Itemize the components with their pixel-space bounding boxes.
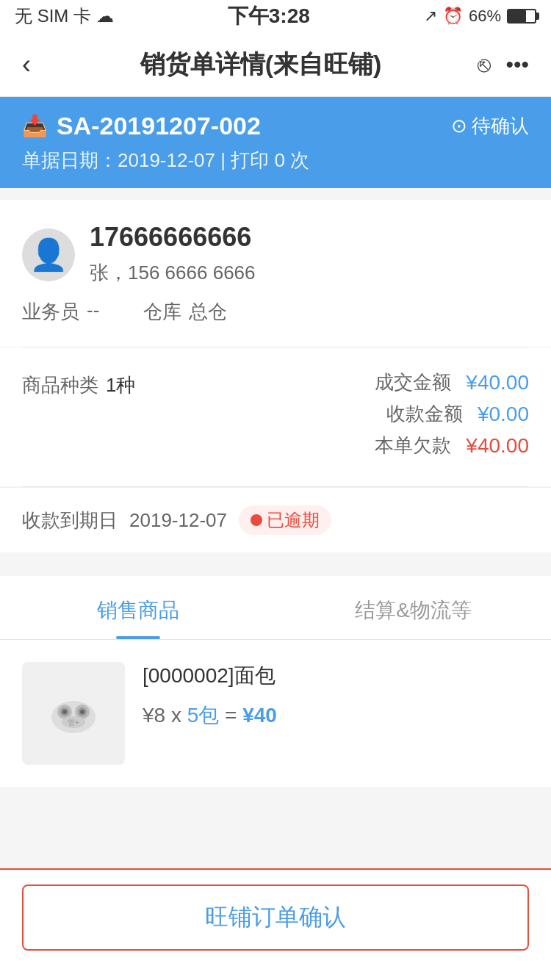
customer-name: 张，156 6666 6666 [90,259,256,287]
customer-meta: 业务员 -- 仓库 总仓 [22,299,529,325]
summary-left: 商品种类 1种 [22,370,135,398]
status-bar: 无 SIM 卡 ☁ 下午3:28 ↗ ⏰ 66% [0,0,551,32]
tab-sales-product[interactable]: 销售商品 [0,576,276,639]
user-icon: 👤 [29,237,68,273]
more-icon[interactable]: ••• [505,52,529,77]
salesperson-value: -- [87,299,99,325]
customer-phone: 17666666666 [90,222,256,253]
product-name: [0000002]面包 [143,662,529,690]
deal-amount-row: 成交金额 ¥40.00 [375,370,529,395]
warehouse-label: 仓库 [143,299,181,325]
summary-right: 成交金额 ¥40.00 收款金额 ¥0.00 本单欠款 ¥40.00 [375,370,529,464]
overdue-dot-icon [251,514,262,526]
tab-settlement[interactable]: 结算&物流等 [276,576,551,639]
debt-amount-row: 本单欠款 ¥40.00 [375,433,529,458]
alarm-icon: ⏰ [443,7,463,26]
order-date: 单据日期：2019-12-07 | 打印 0 次 [22,148,529,173]
salesperson-field: 业务员 -- [22,299,99,325]
debt-amount-value: ¥40.00 [466,434,529,458]
order-id: 📥 SA-20191207-002 [22,112,261,140]
svg-point-5 [62,710,67,714]
due-date-value: 2019-12-07 [129,509,227,532]
price-text: ¥8 x [143,704,187,727]
sim-label: 无 SIM 卡 ☁ [15,4,114,28]
back-button[interactable]: ‹ [22,49,66,80]
due-date-label: 收款到期日 [22,508,118,533]
battery-percent: 66% [469,7,501,26]
equals-text: = [219,704,242,727]
status-time: 下午3:28 [228,2,310,30]
bottom-bar: 旺铺订单确认 [0,868,551,980]
warehouse-field: 仓库 总仓 [143,299,227,325]
order-status: ⊙ 待确认 [451,113,529,139]
nav-bar: ‹ 销货单详情(来自旺铺) ⎋ ••• [0,32,551,97]
share-icon[interactable]: ⎋ [478,52,491,77]
banner-top: 📥 SA-20191207-002 ⊙ 待确认 [22,112,529,140]
svg-text:管+: 管+ [68,718,79,727]
product-kind: 商品种类 1种 [22,372,135,398]
kind-value: 1种 [106,372,135,398]
product-item: 管+ [0000002]面包 ¥8 x 5包 = ¥40 [22,662,529,765]
warehouse-value: 总仓 [189,299,227,325]
price-total: ¥40 [242,704,277,727]
deal-amount-value: ¥40.00 [466,371,529,394]
payment-amount-value: ¥0.00 [478,403,529,426]
product-placeholder-icon: 管+ [44,691,103,735]
overdue-badge: 已逾期 [239,505,331,535]
svg-point-6 [80,710,84,714]
confirm-order-button[interactable]: 旺铺订单确认 [22,884,529,951]
product-price: ¥8 x 5包 = ¥40 [143,702,529,729]
summary-section: 商品种类 1种 成交金额 ¥40.00 收款金额 ¥0.00 本单欠款 ¥40.… [0,347,551,486]
price-qty: 5包 [187,704,220,727]
customer-details: 17666666666 张，156 6666 6666 [90,222,256,287]
product-info: [0000002]面包 ¥8 x 5包 = ¥40 [143,662,529,729]
customer-top: 👤 17666666666 张，156 6666 6666 [22,222,529,287]
order-header-banner: 📥 SA-20191207-002 ⊙ 待确认 单据日期：2019-12-07 … [0,97,551,188]
avatar: 👤 [22,228,75,281]
salesperson-label: 业务员 [22,299,79,325]
arrow-icon: ↗ [424,7,437,26]
inbox-icon: 📥 [22,114,48,138]
customer-section: 👤 17666666666 张，156 6666 6666 业务员 -- 仓库 … [0,200,551,347]
product-list: 管+ [0000002]面包 ¥8 x 5包 = ¥40 [0,640,551,787]
divider-3 [0,552,551,564]
payment-amount-row: 收款金额 ¥0.00 [375,401,529,427]
payment-amount-label: 收款金额 [386,401,463,427]
kind-label: 商品种类 [22,372,98,398]
product-thumbnail: 管+ [22,662,125,765]
battery-icon [507,9,536,24]
tabs-container: 销售商品 结算&物流等 [0,576,551,640]
nav-title: 销货单详情(来自旺铺) [66,48,455,82]
deal-amount-label: 成交金额 [375,370,451,395]
status-left: 无 SIM 卡 ☁ [15,4,114,28]
debt-amount-label: 本单欠款 [375,433,451,458]
nav-actions: ⎋ ••• [455,52,529,77]
product-logo-svg: 管+ [44,691,103,735]
clock-icon: ⊙ [451,115,467,137]
status-right: ↗ ⏰ 66% [424,7,536,26]
due-date-section: 收款到期日 2019-12-07 已逾期 [0,487,551,552]
